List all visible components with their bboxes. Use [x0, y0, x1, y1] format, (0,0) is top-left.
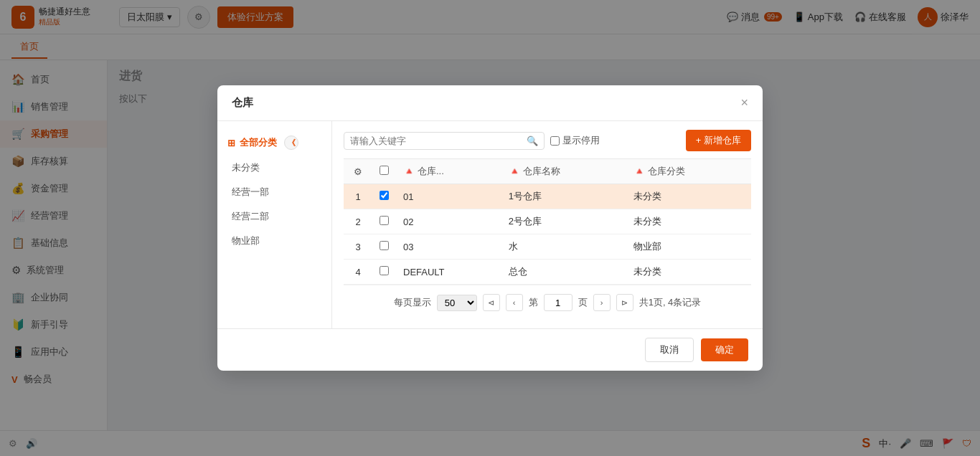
modal-overlay: 仓库 × ⊞ 全部分类 《 未分类 经营一部 经营二部	[0, 0, 980, 456]
category-unclassified[interactable]: 未分类	[217, 156, 331, 180]
row-checkbox[interactable]	[380, 191, 389, 200]
grid-icon: ⊞	[227, 138, 235, 148]
last-page-button[interactable]: ⊳	[616, 294, 633, 311]
category-unclassified-label: 未分类	[232, 162, 260, 173]
category-operations1-label: 经营一部	[232, 186, 269, 197]
sort-icon-code: 🔺	[403, 166, 415, 176]
row-checkbox[interactable]	[380, 266, 389, 275]
modal-sidebar: ⊞ 全部分类 《 未分类 经营一部 经营二部 物业部	[217, 121, 332, 328]
category-property-label: 物业部	[232, 235, 260, 246]
modal-title: 仓库	[232, 96, 253, 110]
show-disabled-checkbox[interactable]	[550, 136, 560, 146]
page-number-input[interactable]	[544, 294, 573, 311]
show-disabled-label[interactable]: 显示停用	[550, 134, 600, 147]
add-warehouse-button[interactable]: + 新增仓库	[686, 130, 751, 151]
table-row[interactable]: 3 03 水 物业部	[344, 234, 751, 260]
table-header-row: ⚙ 🔺仓库... 🔺仓库名称 🔺仓库分类	[344, 159, 751, 184]
collapse-button[interactable]: 《	[284, 136, 298, 150]
per-page-select[interactable]: 50 100 200	[437, 295, 477, 311]
row-num: 4	[344, 260, 372, 285]
table-row[interactable]: 1 01 1号仓库 未分类	[344, 184, 751, 209]
modal-body: ⊞ 全部分类 《 未分类 经营一部 经营二部 物业部	[217, 121, 763, 328]
page-label: 页	[578, 296, 588, 309]
row-checkbox[interactable]	[380, 216, 389, 225]
total-label: 共1页, 4条记录	[639, 296, 702, 309]
col-checkbox-header[interactable]	[372, 159, 396, 184]
confirm-button[interactable]: 确定	[701, 338, 748, 361]
row-code: 02	[396, 209, 501, 234]
table-row[interactable]: 2 02 2号仓库 未分类	[344, 209, 751, 234]
row-checkbox[interactable]	[380, 241, 389, 250]
prev-page-button[interactable]: ‹	[506, 294, 523, 311]
row-name: 1号仓库	[501, 184, 626, 209]
row-name: 2号仓库	[501, 209, 626, 234]
row-num: 3	[344, 234, 372, 260]
category-all[interactable]: ⊞ 全部分类 《	[217, 130, 331, 156]
per-page-label: 每页显示	[394, 296, 431, 309]
row-checkbox-cell[interactable]	[372, 184, 396, 209]
next-page-button[interactable]: ›	[593, 294, 611, 311]
sort-icon-category: 🔺	[633, 166, 645, 176]
row-num: 1	[344, 184, 372, 209]
row-code: 03	[396, 234, 501, 260]
row-category: 未分类	[626, 209, 751, 234]
category-operations2-label: 经营二部	[232, 211, 269, 222]
row-category: 物业部	[626, 234, 751, 260]
search-icon[interactable]: 🔍	[527, 136, 538, 146]
row-checkbox-cell[interactable]	[372, 234, 396, 260]
category-operations1[interactable]: 经营一部	[217, 180, 331, 204]
col-name-header[interactable]: 🔺仓库名称	[501, 159, 626, 184]
category-all-label: 全部分类	[240, 136, 277, 149]
category-operations2[interactable]: 经营二部	[217, 204, 331, 229]
row-name: 总仓	[501, 260, 626, 285]
col-code-header[interactable]: 🔺仓库...	[396, 159, 501, 184]
row-code: DEFAULT	[396, 260, 501, 285]
modal-close-button[interactable]: ×	[740, 95, 748, 110]
category-property[interactable]: 物业部	[217, 229, 331, 253]
table-container: ⚙ 🔺仓库... 🔺仓库名称 🔺仓库分类 1 01 1号仓库 未分类 2	[344, 158, 751, 285]
row-code: 01	[396, 184, 501, 209]
table-row[interactable]: 4 DEFAULT 总仓 未分类	[344, 260, 751, 285]
search-box: 🔍	[344, 132, 545, 150]
row-checkbox-cell[interactable]	[372, 209, 396, 234]
modal: 仓库 × ⊞ 全部分类 《 未分类 经营一部 经营二部	[217, 85, 763, 371]
row-category: 未分类	[626, 260, 751, 285]
warehouse-table: ⚙ 🔺仓库... 🔺仓库名称 🔺仓库分类 1 01 1号仓库 未分类 2	[344, 158, 751, 285]
cancel-button[interactable]: 取消	[645, 338, 694, 362]
modal-footer: 取消 确定	[217, 328, 763, 371]
search-input[interactable]	[350, 136, 527, 146]
row-checkbox-cell[interactable]	[372, 260, 396, 285]
select-all-checkbox[interactable]	[380, 166, 389, 175]
sort-icon-name: 🔺	[509, 166, 520, 176]
modal-main: 🔍 显示停用 + 新增仓库 ⚙	[332, 121, 763, 328]
first-page-button[interactable]: ⊲	[483, 294, 500, 311]
modal-header: 仓库 ×	[217, 85, 763, 121]
row-num: 2	[344, 209, 372, 234]
row-category: 未分类	[626, 184, 751, 209]
pagination: 每页显示 50 100 200 ⊲ ‹ 第 页 › ⊳ 共1页, 4条记录	[344, 285, 751, 320]
col-settings[interactable]: ⚙	[344, 159, 372, 184]
row-name: 水	[501, 234, 626, 260]
modal-toolbar: 🔍 显示停用 + 新增仓库	[344, 130, 751, 151]
col-category-header[interactable]: 🔺仓库分类	[626, 159, 751, 184]
table-body: 1 01 1号仓库 未分类 2 02 2号仓库 未分类 3 03 水 物业部 4…	[344, 184, 751, 285]
page-text: 第	[529, 296, 538, 309]
